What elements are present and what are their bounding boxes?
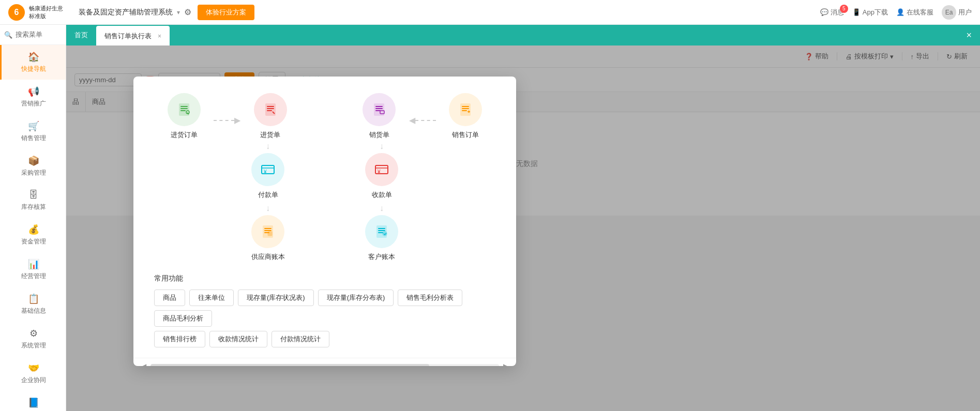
sidebar: 🔍 搜索菜单 🏠 快捷导航 📢 营销推广 🛒 销售管理 📦 采购管理 🗄 xyxy=(0,25,66,411)
modal-scrollbar: ◀ ▶ xyxy=(133,358,516,366)
flow-diagram: 进货订单 ▶ xyxy=(154,93,495,264)
search-icon: 🔍 xyxy=(4,31,12,39)
avatar: Ea xyxy=(942,5,956,20)
node-sales-order[interactable]: 销售订单 xyxy=(436,93,495,140)
tab-bar: 首页 销售订单执行表 × × xyxy=(66,25,980,45)
sidebar-item-marketing[interactable]: 📢 营销推广 xyxy=(0,80,66,114)
user-area[interactable]: Ea 用户 xyxy=(942,5,972,20)
func-btn-counterparty[interactable]: 往来单位 xyxy=(189,290,234,306)
tab-sales-order[interactable]: 销售订单执行表 × xyxy=(96,26,170,47)
sidebar-item-inventory[interactable]: 🗄 库存核算 xyxy=(0,184,66,218)
experience-btn[interactable]: 体验行业方案 xyxy=(198,5,254,20)
tab-close-icon[interactable]: × xyxy=(158,33,161,40)
purchase-order-circle xyxy=(168,93,201,126)
flow-modal: 进货订单 ▶ xyxy=(133,77,516,366)
common-functions: 常用功能 商品 往来单位 现存量(库存状况表) 现存量(库存分布表) 销售毛利分… xyxy=(154,274,495,347)
sidebar-item-sys-mgmt[interactable]: ⚙ 系统管理 xyxy=(0,322,66,356)
system-title: 装备及固定资产辅助管理系统 ▾ xyxy=(79,8,180,17)
func-btn-sales-rank[interactable]: 销售排行榜 xyxy=(154,331,205,347)
message-badge: 5 xyxy=(840,5,848,13)
sidebar-item-finance[interactable]: 💰 资金管理 xyxy=(0,218,66,252)
logo-icon: 6 xyxy=(8,4,25,21)
supplier-ledger-circle xyxy=(251,215,284,248)
top-right-area: 💬 消息 5 📱 App下载 👤 在线客服 Ea 用户 xyxy=(820,5,972,20)
common-funcs-title: 常用功能 xyxy=(154,274,495,283)
content-area: 首页 销售订单执行表 × × ❓ 帮助 xyxy=(66,25,980,411)
arrow-down-receipt: ↓ xyxy=(351,204,413,213)
scroll-thumb xyxy=(150,364,429,366)
app-download-btn[interactable]: 📱 App下载 xyxy=(852,8,888,17)
search-menu-btn[interactable]: 🔍 搜索菜单 xyxy=(0,25,66,45)
svg-text:¥: ¥ xyxy=(263,169,267,175)
sidebar-item-operations[interactable]: 📊 经营管理 xyxy=(0,252,66,287)
node-supplier-ledger[interactable]: 供应商账本 xyxy=(237,215,299,262)
online-service-btn[interactable]: 👤 在线客服 xyxy=(896,8,933,17)
scroll-left-icon[interactable]: ◀ xyxy=(142,362,146,366)
sidebar-item-enterprise[interactable]: 🤝 企业协同 xyxy=(0,356,66,391)
arrow-down-sales: ↓ xyxy=(351,142,413,151)
receipt-circle: ¥ xyxy=(365,153,398,186)
modal-overlay: 进货订单 ▶ xyxy=(66,45,980,411)
tab-home[interactable]: 首页 xyxy=(66,25,96,45)
inventory-icon: 🗄 xyxy=(29,190,38,201)
message-btn[interactable]: 💬 消息 5 xyxy=(820,8,844,17)
sales-order-circle xyxy=(449,93,482,126)
page-content: ❓ 帮助 🖨 按模板打印 ▾ ↑ 导出 xyxy=(66,45,980,411)
node-purchase-order[interactable]: 进货订单 xyxy=(154,93,214,140)
marketing-icon: 📢 xyxy=(28,86,39,97)
scroll-right-icon[interactable]: ▶ xyxy=(503,362,508,366)
node-sales-bill[interactable]: 销货单 xyxy=(350,93,409,140)
svg-text:¥: ¥ xyxy=(377,169,381,175)
logo-area: 6 畅康通好生意 标准版 xyxy=(8,4,74,21)
sys-mgmt-icon: ⚙ xyxy=(29,328,38,339)
sidebar-item-basic-info[interactable]: 📋 基础信息 xyxy=(0,287,66,322)
scroll-track[interactable] xyxy=(150,364,499,366)
purchase-bill-circle xyxy=(254,93,287,126)
arrow-down-payment: ↓ xyxy=(237,204,299,213)
node-customer-ledger[interactable]: 客户账本 xyxy=(351,215,413,262)
func-buttons-row1: 商品 往来单位 现存量(库存状况表) 现存量(库存分布表) 销售毛利分析表 商品… xyxy=(154,290,495,327)
gear-icon[interactable]: ⚙ xyxy=(184,7,191,17)
finance-icon: 💰 xyxy=(28,224,39,235)
sales-icon: 🛒 xyxy=(28,120,39,132)
func-btn-product[interactable]: 商品 xyxy=(154,290,185,306)
purchase-icon: 📦 xyxy=(28,155,39,166)
customer-ledger-circle xyxy=(365,215,398,248)
operations-icon: 📊 xyxy=(28,258,39,270)
func-btn-stock-status[interactable]: 现存量(库存状况表) xyxy=(238,290,314,306)
node-purchase-bill[interactable]: 进货单 xyxy=(240,93,300,140)
svg-rect-5 xyxy=(460,103,471,116)
logo-text: 畅康通好生意 标准版 xyxy=(29,5,63,20)
sidebar-item-purchase[interactable]: 📦 采购管理 xyxy=(0,149,66,184)
node-payment[interactable]: ¥ 付款单 xyxy=(237,153,299,200)
enterprise-icon: 🤝 xyxy=(28,362,39,374)
func-btn-product-profit[interactable]: 商品毛利分析 xyxy=(154,310,212,327)
func-btn-sales-profit[interactable]: 销售毛利分析表 xyxy=(398,290,462,306)
sidebar-item-beginner[interactable]: 📘 新手引导 xyxy=(0,391,66,411)
sidebar-item-quick-nav[interactable]: 🏠 快捷导航 xyxy=(0,45,66,80)
func-btn-stock-dist[interactable]: 现存量(库存分布表) xyxy=(318,290,394,306)
page-close-btn[interactable]: × xyxy=(958,30,980,41)
service-icon: 👤 xyxy=(896,8,904,16)
basic-info-icon: 📋 xyxy=(28,293,39,305)
func-btn-receipt-stats[interactable]: 收款情况统计 xyxy=(209,331,267,347)
func-btn-payment-stats[interactable]: 付款情况统计 xyxy=(272,331,329,347)
home-icon: 🏠 xyxy=(28,51,39,63)
modal-content: 进货订单 ▶ xyxy=(133,77,516,358)
dropdown-arrow-icon[interactable]: ▾ xyxy=(177,9,180,16)
node-receipt[interactable]: ¥ 收款单 xyxy=(351,153,413,200)
payment-circle: ¥ xyxy=(251,153,284,186)
sidebar-item-sales[interactable]: 🛒 销售管理 xyxy=(0,114,66,149)
app-icon: 📱 xyxy=(852,8,861,16)
beginner-icon: 📘 xyxy=(28,397,39,408)
message-icon: 💬 xyxy=(820,8,828,16)
sales-bill-circle xyxy=(363,93,396,126)
func-buttons-row2: 销售排行榜 收款情况统计 付款情况统计 xyxy=(154,331,495,347)
arrow-down-purchase: ↓ xyxy=(237,142,299,151)
svg-rect-11 xyxy=(268,232,272,236)
